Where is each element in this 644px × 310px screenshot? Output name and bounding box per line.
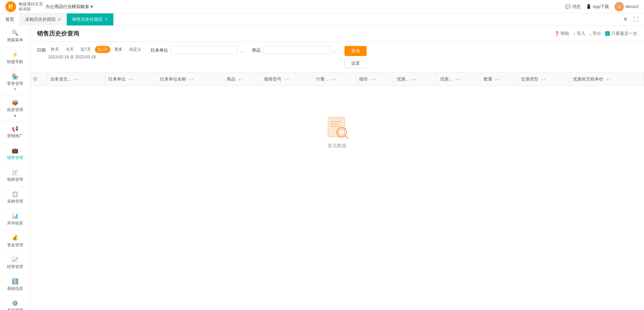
only-last-checkbox[interactable]: ✓ 只看最后一次 — [605, 31, 637, 37]
main-layout: 🔍 搜索菜单 ⚡ 快捷导航 🏪 零售管理 ▾ 📦 批发管理 ▲ 📢 营销推广 💼… — [0, 25, 644, 310]
gear-icon[interactable]: ⚙ — [33, 76, 38, 82]
workspace-selector[interactable]: 办公用品行业模拟账套 ▾ — [46, 4, 93, 10]
content-area: 销售历史价查询 ❓ 帮助 ↑ 导入 ↓ 导出 ✓ 只看最后一次 — [30, 25, 644, 310]
page-header: 销售历史价查询 ❓ 帮助 ↑ 导入 ↓ 导出 ✓ 只看最后一次 — [30, 25, 644, 42]
avatar: d — [614, 2, 624, 11]
col-trade-type[interactable]: 交易类型 ▲▼ — [518, 72, 570, 86]
empty-text: 暂无数据 — [328, 143, 346, 149]
data-table: ⚙ 业务发生... ▲▼ 往来单位 ▲▼ 往来单位名称 ▲▼ — [30, 72, 644, 86]
tab-purchase-close-icon[interactable]: ✕ — [58, 17, 61, 22]
sort-icon-unit: ▲▼ — [331, 78, 336, 81]
sidebar-item-sales-mgmt[interactable]: 💼 销售管理 — [0, 143, 30, 165]
col-product[interactable]: 商品 ▲▼ — [224, 72, 261, 86]
maximize-btn[interactable]: ⛶ — [632, 15, 640, 23]
product-ellipsis-icon[interactable]: … — [332, 47, 338, 53]
query-button[interactable]: 查询 — [344, 46, 367, 56]
message-icon: 💬 — [565, 4, 571, 9]
col-unit[interactable]: 计量... ▲▼ — [313, 72, 356, 86]
sidebar-item-quick-nav[interactable]: ⚡ 快捷导航 — [0, 47, 30, 69]
sort-icon-spec: ▲▼ — [284, 78, 289, 81]
tab-sales-label: 销售历史价跟踪 — [72, 16, 103, 22]
product-filter-label: 商品 — [252, 46, 261, 53]
partner-input-group: … — [171, 46, 245, 54]
sidebar-item-finance[interactable]: 💰 资金管理 — [0, 230, 30, 252]
date-options: 昨天 今天 近7天 近1月 更多 自定义 — [48, 46, 144, 53]
col-spec[interactable]: 规格型号 ▲▼ — [261, 72, 313, 86]
svg-point-8 — [346, 124, 347, 125]
import-icon: ↑ — [573, 31, 576, 36]
no-data-illustration — [322, 113, 352, 143]
col-discount1[interactable]: 优惠... ▲▼ — [394, 72, 437, 86]
message-btn[interactable]: 💬 消息 — [565, 4, 581, 10]
page-actions: ❓ 帮助 ↑ 导入 ↓ 导出 ✓ 只看最后一次 — [554, 31, 637, 37]
svg-point-9 — [327, 128, 328, 130]
ecommerce-icon: 🛒 — [12, 169, 18, 175]
logo-text: 畅捷通好生意 标准版 — [19, 2, 43, 11]
purchase-icon: 📋 — [12, 191, 18, 197]
sidebar-item-basic-info[interactable]: ℹ️ 基础信息 — [0, 274, 30, 296]
sidebar-item-retail[interactable]: 🏪 零售管理 ▾ — [0, 69, 30, 95]
date-btn-custom[interactable]: 自定义 — [126, 46, 144, 53]
tab-sales-history[interactable]: 销售历史价跟踪 ✕ — [67, 13, 114, 25]
col-quote[interactable]: 报价 ▲▼ — [357, 72, 394, 86]
sidebar-item-wholesale[interactable]: 📦 批发管理 ▲ — [0, 95, 30, 121]
sidebar-item-purchase[interactable]: 📋 采购管理 — [0, 187, 30, 209]
wholesale-icon: 📦 — [12, 99, 18, 106]
date-btn-more[interactable]: 更多 — [112, 46, 125, 53]
import-btn[interactable]: ↑ 导入 — [573, 31, 585, 37]
export-btn[interactable]: ↓ 导出 — [589, 31, 601, 37]
sort-icon-discount2: ▲▼ — [455, 78, 461, 81]
product-filter-group: 商品 … — [252, 46, 338, 54]
sidebar-item-system[interactable]: ⚙️ 系统管理 — [0, 296, 30, 310]
tab-home[interactable]: 首页 — [0, 13, 20, 25]
product-input[interactable] — [263, 46, 330, 54]
sidebar-item-marketing[interactable]: 📢 营销推广 — [0, 121, 30, 143]
topbar-right: 💬 消息 📱 App下载 d demo2 — [565, 2, 639, 11]
sidebar-item-search-menu[interactable]: 🔍 搜索菜单 — [0, 25, 30, 47]
col-quantity[interactable]: 数量 ▲▼ — [481, 72, 518, 86]
date-btn-7days[interactable]: 近7天 — [78, 46, 94, 53]
product-input-group: … — [263, 46, 338, 54]
sort-icon-no-tax-price: ▲▼ — [606, 78, 611, 81]
export-icon: ↓ — [589, 31, 592, 36]
sidebar-item-operations[interactable]: 📈 经营管理 — [0, 252, 30, 274]
inventory-icon: 📊 — [12, 213, 18, 219]
help-btn[interactable]: ❓ 帮助 — [554, 31, 569, 37]
date-filter-group: 日期 昨天 今天 近7天 近1月 更多 自定义 2023-02-18 至 202… — [37, 46, 144, 60]
sidebar-item-inventory[interactable]: 📊 库存核算 — [0, 209, 30, 230]
date-btn-today[interactable]: 今天 — [63, 46, 76, 53]
svg-rect-2 — [330, 123, 339, 124]
col-discount2[interactable]: 优惠... ▲▼ — [437, 72, 481, 86]
app-download-btn[interactable]: 📱 App下载 — [586, 4, 609, 10]
col-business-date[interactable]: 业务发生... ▲▼ — [47, 72, 105, 86]
table-area: ⚙ 业务发生... ▲▼ 往来单位 ▲▼ 往来单位名称 ▲▼ — [30, 72, 644, 310]
svg-point-7 — [338, 118, 339, 119]
sidebar-item-ecommerce[interactable]: 🛒 电商管理 — [0, 165, 30, 187]
date-btn-1month[interactable]: 近1月 — [95, 46, 111, 53]
empty-state: 暂无数据 — [30, 86, 644, 176]
sort-icon-discount1: ▲▼ — [412, 78, 417, 81]
chevron-icon-2: ▲ — [13, 113, 17, 117]
filter-bar: 日期 昨天 今天 近7天 近1月 更多 自定义 2023-02-18 至 202… — [30, 42, 644, 72]
partner-filter-label: 往来单位 — [151, 46, 168, 53]
help-icon: ❓ — [554, 31, 559, 36]
col-partner-name[interactable]: 往来单位名称 ▲▼ — [157, 72, 224, 86]
partner-input[interactable] — [171, 46, 238, 54]
sort-icon-product: ▲▼ — [238, 78, 243, 81]
sort-icon-partner-name: ▲▼ — [189, 78, 194, 81]
tab-purchase-history[interactable]: 采购历史价跟踪 ✕ — [20, 13, 67, 25]
table-header-row: ⚙ 业务发生... ▲▼ 往来单位 ▲▼ 往来单位名称 ▲▼ — [30, 72, 644, 86]
user-profile[interactable]: d demo2 — [614, 2, 639, 11]
phone-icon: 📱 — [586, 4, 591, 9]
tabbar-actions: ✕ ⛶ — [621, 15, 644, 23]
partner-filter-group: 往来单位 … — [151, 46, 245, 54]
system-icon: ⚙️ — [12, 300, 18, 306]
col-partner-code[interactable]: 往来单位 ▲▼ — [105, 72, 157, 86]
date-range-text: 2023-02-18 至 2023-03-18 — [48, 54, 144, 60]
tab-sales-close-icon[interactable]: ✕ — [105, 17, 108, 22]
partner-ellipsis-icon[interactable]: … — [240, 47, 245, 53]
settings-button[interactable]: 设置 — [344, 59, 367, 68]
date-btn-yesterday[interactable]: 昨天 — [48, 46, 62, 53]
col-no-tax-price[interactable]: 优惠前无税单价 ▲▼ — [570, 72, 644, 86]
close-window-btn[interactable]: ✕ — [621, 15, 629, 23]
